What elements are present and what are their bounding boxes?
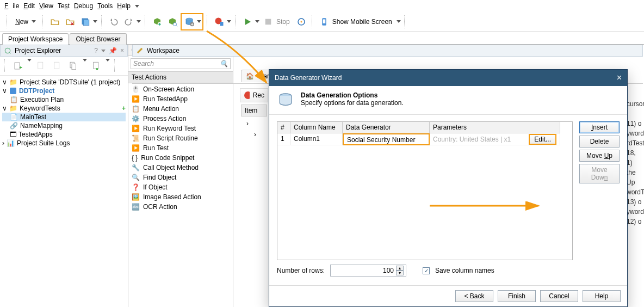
cube-add-icon[interactable] xyxy=(150,15,164,29)
list-item[interactable]: ▶️Run TestedApp xyxy=(128,94,233,104)
delete-button[interactable]: Delete xyxy=(579,136,620,148)
save-dropdown[interactable] xyxy=(92,20,98,23)
search-input[interactable]: Search 🔍 xyxy=(131,58,231,69)
spinner[interactable]: ▲▼ xyxy=(396,266,404,275)
menu-debug[interactable]: Debug xyxy=(74,2,93,10)
datagen-dropdown[interactable] xyxy=(196,20,202,23)
cube-search-icon[interactable] xyxy=(165,15,179,29)
mobile-label[interactable]: Show Mobile Screen xyxy=(332,18,392,26)
list-item[interactable]: 📋Menu Action xyxy=(128,104,233,114)
menu-test[interactable]: Test xyxy=(58,2,70,10)
expand-icon[interactable]: › xyxy=(2,139,4,147)
add-item-icon[interactable] xyxy=(11,59,25,73)
run-icon[interactable] xyxy=(240,15,255,29)
help-button[interactable]: Help xyxy=(583,290,621,302)
suite-label[interactable]: Project Suite 'DDTSuite' (1 project) xyxy=(20,78,120,86)
menu-help[interactable]: Help xyxy=(117,2,131,10)
insert-button[interactable]: Insert xyxy=(579,121,620,133)
panel-menu-icon[interactable] xyxy=(101,50,106,52)
expand-icon[interactable]: ∨ xyxy=(2,78,7,86)
close-icon[interactable]: × xyxy=(617,73,622,83)
tab-project-workspace[interactable]: Project Workspace xyxy=(2,33,69,45)
list-item[interactable]: { }Run Code Snippet xyxy=(128,153,233,163)
save-all-icon[interactable] xyxy=(78,15,92,29)
folder-icon: 📁 xyxy=(9,105,17,112)
list-item[interactable]: 🔍Find Object xyxy=(128,173,233,182)
menu-edit[interactable]: Edit xyxy=(23,2,35,10)
close-project-icon[interactable] xyxy=(63,15,77,29)
grid-column-item[interactable]: Item xyxy=(241,105,267,116)
mobile-icon[interactable] xyxy=(317,15,331,29)
edit-button[interactable]: Edit... xyxy=(529,134,556,145)
expand-icon[interactable]: ∨ xyxy=(2,105,7,112)
doc1-icon[interactable] xyxy=(34,59,48,73)
maintest-label[interactable]: MainTest xyxy=(20,113,46,121)
finish-button[interactable]: Finish xyxy=(498,290,536,302)
col-generator[interactable]: Data Generator xyxy=(343,122,430,133)
project-tree[interactable]: ∨📁Project Suite 'DDTSuite' (1 project) ∨… xyxy=(0,76,128,150)
doc4-dropdown[interactable] xyxy=(106,59,110,62)
tab-object-browser[interactable]: Object Browser xyxy=(70,33,126,45)
cell-generator[interactable]: Social Security Number xyxy=(343,133,430,145)
doc3-dropdown[interactable] xyxy=(83,59,87,62)
menu-overflow-icon[interactable] xyxy=(135,5,139,8)
cell-num[interactable]: 1 xyxy=(277,133,290,145)
open-icon[interactable] xyxy=(48,15,62,29)
stop-icon[interactable] xyxy=(261,15,275,29)
redo-icon[interactable] xyxy=(122,15,136,29)
list-item[interactable]: 📜Run Script Routine xyxy=(128,133,233,143)
menu-tools[interactable]: Tools xyxy=(97,2,113,10)
kwt-label[interactable]: KeywordTests xyxy=(20,105,60,112)
doc2-icon[interactable] xyxy=(50,59,64,73)
list-item[interactable]: ⚙️Process Action xyxy=(128,114,233,124)
col-num[interactable]: # xyxy=(277,122,290,133)
new-button[interactable]: New xyxy=(12,16,39,28)
add-icon[interactable]: + xyxy=(122,105,126,112)
logs-label[interactable]: Project Suite Logs xyxy=(17,139,70,147)
moveup-button[interactable]: Move Up xyxy=(579,150,620,162)
exec-label[interactable]: Execution Plan xyxy=(20,96,64,103)
action-icon: 🖼️ xyxy=(132,193,140,201)
mobile-dropdown[interactable] xyxy=(397,20,401,23)
cell-params[interactable]: Country: United States | x1 Edit... xyxy=(430,133,560,145)
list-item[interactable]: ❓If Object xyxy=(128,182,233,192)
doc4-icon[interactable] xyxy=(89,59,103,73)
project-label[interactable]: DDTProject xyxy=(19,87,54,95)
expand-icon[interactable]: › xyxy=(254,131,270,138)
panel-pin-icon[interactable]: 📌 xyxy=(109,47,117,54)
menu-file[interactable]: File xyxy=(4,2,19,10)
list-item[interactable]: 🖼️Image Based Action xyxy=(128,192,233,202)
menu-view[interactable]: View xyxy=(39,2,53,10)
columns-grid[interactable]: # Column Name Data Generator Parameters … xyxy=(277,121,573,260)
panel-close-icon[interactable]: × xyxy=(120,47,124,54)
apps-label[interactable]: TestedApps xyxy=(18,131,53,138)
num-rows-input[interactable]: 100 ▲▼ xyxy=(330,265,406,277)
record-bar[interactable]: Rec xyxy=(240,88,268,102)
cell-name[interactable]: Column1 xyxy=(290,133,343,145)
doc3-icon[interactable] xyxy=(66,59,81,73)
list-item[interactable]: ▶️Run Test xyxy=(128,143,233,153)
list-item[interactable]: 🔤OCR Action xyxy=(128,202,233,212)
expand-icon[interactable]: › xyxy=(246,120,270,127)
list-item[interactable]: 🔧Call Object Method xyxy=(128,163,233,173)
panel-help-icon[interactable]: ? xyxy=(94,47,98,54)
record-dropdown[interactable] xyxy=(226,20,232,23)
run-dropdown[interactable] xyxy=(255,20,260,23)
cancel-button[interactable]: Cancel xyxy=(540,290,578,302)
save-cols-checkbox[interactable]: ✓ xyxy=(423,267,430,274)
wizard-titlebar[interactable]: Data Generator Wizard × xyxy=(269,70,627,86)
col-name[interactable]: Column Name xyxy=(290,122,343,133)
col-params[interactable]: Parameters xyxy=(430,122,560,133)
list-item[interactable]: ▶️Run Keyword Test xyxy=(128,124,233,133)
list-item[interactable]: 🖱️On-Screen Action xyxy=(128,84,233,94)
undo-icon[interactable] xyxy=(107,15,121,29)
back-button[interactable]: < Back xyxy=(455,290,493,302)
redo-dropdown[interactable] xyxy=(136,20,141,23)
namemap-label[interactable]: NameMapping xyxy=(20,122,63,130)
target-icon[interactable] xyxy=(294,15,308,29)
record-icon[interactable] xyxy=(212,15,226,29)
save-cols-label[interactable]: Save column names xyxy=(435,267,494,274)
data-generator-icon[interactable] xyxy=(182,15,196,29)
expand-icon[interactable]: ∨ xyxy=(2,87,7,95)
add-item-dropdown[interactable] xyxy=(27,59,32,62)
